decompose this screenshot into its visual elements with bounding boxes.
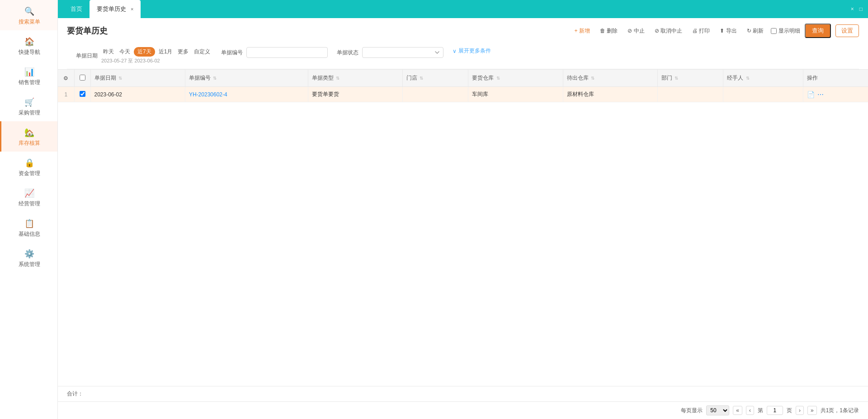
date-btn-last7days[interactable]: 近7天 <box>134 47 155 57</box>
sidebar-item-system[interactable]: ⚙️ 系统管理 <box>0 243 57 273</box>
show-detail-checkbox[interactable] <box>771 28 777 34</box>
data-table: ⚙ 单据日期 ⇅ 单据编号 ⇅ 单据类型 ⇅ <box>58 70 868 102</box>
sidebar-label-purchase: 采购管理 <box>19 109 40 117</box>
sidebar-item-operation[interactable]: 📈 经营管理 <box>0 182 57 212</box>
sidebar-item-basic[interactable]: 📋 基础信息 <box>0 212 57 243</box>
sort-icon-pending-warehouse: ⇅ <box>591 76 594 81</box>
td-check-0 <box>74 87 90 102</box>
show-detail-checkbox-label[interactable]: 显示明细 <box>771 27 800 35</box>
page-number-input[interactable] <box>767 406 783 415</box>
th-store: 门店 ⇅ <box>403 70 468 87</box>
first-page-btn[interactable]: « <box>733 406 742 415</box>
expand-icon: ∨ <box>453 48 457 54</box>
delete-button[interactable]: 🗑 删除 <box>597 25 620 37</box>
stop-button[interactable]: ⊘ 中止 <box>625 25 647 37</box>
sidebar-label-sales: 销售管理 <box>19 79 40 86</box>
td-store-0 <box>403 87 468 102</box>
bill-no-label: 单据编号 <box>221 49 243 57</box>
sidebar-label-quick-nav: 快捷导航 <box>19 48 40 56</box>
tab-close-requisition-history[interactable]: × <box>131 6 133 12</box>
sidebar-item-purchase[interactable]: 🛒 采购管理 <box>0 91 57 121</box>
th-req-warehouse: 要货仓库 ⇅ <box>468 70 563 87</box>
sidebar-icon-search-menu: 🔍 <box>24 6 34 16</box>
row-checkbox-0[interactable] <box>80 91 85 97</box>
page-header: 要货单历史 + 新增 🗑 删除 ⊘ 中止 ⊘ 取消中止 🖨 打印 ⬆ 导出 ↻ … <box>58 18 868 70</box>
table-body: 1 2023-06-02 YH-20230602-4 要货单要货 车间库 原材料… <box>58 87 868 102</box>
sidebar-label-search-menu: 搜索菜单 <box>19 18 40 26</box>
td-num-0: 1 <box>58 87 74 102</box>
sidebar-label-finance: 资金管理 <box>19 170 40 177</box>
page-size-select[interactable]: 102050100 <box>706 405 729 415</box>
date-btn-today[interactable]: 今天 <box>118 47 132 57</box>
sidebar-label-basic: 基础信息 <box>19 230 40 238</box>
sort-icon-bill-no: ⇅ <box>213 76 217 81</box>
last-page-btn[interactable]: » <box>807 406 817 415</box>
next-page-btn[interactable]: › <box>796 406 804 415</box>
tab-requisition-history[interactable]: 要货单历史× <box>90 0 141 18</box>
topbar-right: × □ <box>851 6 863 12</box>
action-more-0[interactable]: ⋯ <box>817 91 824 98</box>
topbar: 首页要货单历史× × □ <box>58 0 868 18</box>
sidebar-icon-inventory: 🏡 <box>24 128 34 138</box>
tab-home[interactable]: 首页 <box>63 0 90 18</box>
sidebar-item-search-menu[interactable]: 🔍 搜索菜单 <box>0 0 57 30</box>
expand-btn[interactable]: ∨ 展开更多条件 <box>453 47 491 55</box>
sort-icon-req-warehouse: ⇅ <box>496 76 500 81</box>
sidebar-icon-system: ⚙️ <box>24 249 34 259</box>
table-footer: 合计： <box>58 386 868 401</box>
cancel-stop-button[interactable]: ⊘ 取消中止 <box>652 25 685 37</box>
sidebar-icon-operation: 📈 <box>24 188 34 198</box>
sidebar-icon-finance: 🔒 <box>24 158 34 168</box>
th-bill-date: 单据日期 ⇅ <box>90 70 185 87</box>
total-info: 共1页，1条记录 <box>821 407 859 414</box>
prev-page-btn[interactable]: ‹ <box>746 406 754 415</box>
date-btn-more[interactable]: 更多 <box>176 47 190 57</box>
export-button[interactable]: ⬆ 导出 <box>717 25 739 37</box>
td-req-warehouse-0: 车间库 <box>468 87 563 102</box>
date-range-text: 2023-05-27 至 2023-06-02 <box>101 57 212 64</box>
select-all-checkbox[interactable] <box>80 75 85 81</box>
new-button[interactable]: + 新增 <box>572 25 593 37</box>
bill-no-input[interactable] <box>246 47 328 58</box>
sidebar-icon-purchase: 🛒 <box>24 97 34 107</box>
sidebar-label-system: 系统管理 <box>19 261 40 268</box>
status-select[interactable] <box>362 47 443 58</box>
sort-icon-handler: ⇅ <box>746 76 750 81</box>
sort-icon-bill-date: ⇅ <box>118 76 122 81</box>
expand-label: 展开更多条件 <box>458 47 491 55</box>
sidebar-icon-sales: 📊 <box>24 67 34 77</box>
date-btn-last1month[interactable]: 近1月 <box>157 47 175 57</box>
th-bill-type: 单据类型 ⇅ <box>308 70 402 87</box>
status-filter-group: 单据状态 <box>337 47 443 58</box>
sidebar-icon-quick-nav: 🏠 <box>24 37 34 47</box>
print-button[interactable]: 🖨 打印 <box>689 25 712 37</box>
th-bill-date-label: 单据日期 <box>94 75 116 81</box>
td-bill-type-0: 要货单要货 <box>308 87 402 102</box>
window-close-btn[interactable]: × <box>851 6 854 12</box>
sidebar-item-finance[interactable]: 🔒 资金管理 <box>0 152 57 182</box>
date-btn-yesterday[interactable]: 昨天 <box>101 47 116 57</box>
date-filter-group: 单据日期 昨天今天近7天近1月更多自定义 2023-05-27 至 2023-0… <box>76 47 212 64</box>
th-bill-no-label: 单据编号 <box>189 75 211 81</box>
td-handler-0 <box>723 87 803 102</box>
sidebar-label-operation: 经营管理 <box>19 200 40 208</box>
sidebar-icon-basic: 📋 <box>24 219 34 229</box>
refresh-button[interactable]: ↻ 刷新 <box>744 25 766 37</box>
sort-icon-bill-type: ⇅ <box>336 76 340 81</box>
query-button[interactable]: 查询 <box>805 24 831 38</box>
date-btn-custom[interactable]: 自定义 <box>192 47 212 57</box>
date-options: 昨天今天近7天近1月更多自定义 <box>101 47 212 57</box>
sidebar-item-quick-nav[interactable]: 🏠 快捷导航 <box>0 30 57 61</box>
action-view-0[interactable]: 📄 <box>807 91 815 98</box>
sidebar-item-sales[interactable]: 📊 销售管理 <box>0 61 57 91</box>
settings-button[interactable]: 设置 <box>835 24 859 37</box>
status-label: 单据状态 <box>337 49 359 57</box>
th-bill-no: 单据编号 ⇅ <box>185 70 308 87</box>
table-container: ⚙ 单据日期 ⇅ 单据编号 ⇅ 单据类型 ⇅ <box>58 70 868 386</box>
bill-no-filter-group: 单据编号 <box>221 47 328 58</box>
sidebar-item-inventory[interactable]: 🏡 库存核算 <box>0 121 57 152</box>
window-maximize-btn[interactable]: □ <box>859 6 863 12</box>
th-pending-warehouse: 待出仓库 ⇅ <box>563 70 657 87</box>
bill-no-link-0[interactable]: YH-20230602-4 <box>189 91 227 98</box>
page-title: 要货单历史 <box>67 25 108 36</box>
